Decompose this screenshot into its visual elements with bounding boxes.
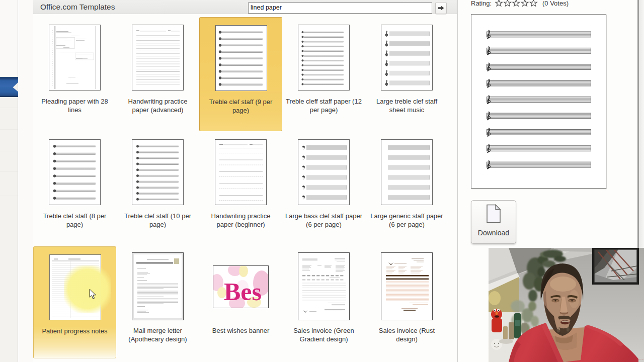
svg-text:Bes: Bes [224, 278, 262, 306]
